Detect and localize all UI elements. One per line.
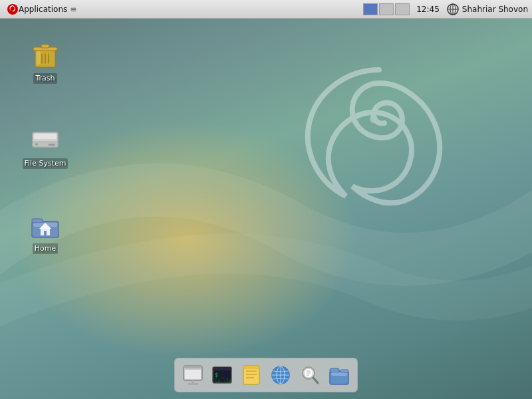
panel-right: 12:45 Shahriar Shovon [363,3,532,16]
taskbar: $ _ ls -la [174,358,358,392]
filesystem-svg [30,124,61,155]
svg-rect-9 [37,51,41,65]
show-desktop-button[interactable] [179,361,207,389]
filesystem-icon-image [29,124,61,156]
debian-logo-icon [7,3,19,15]
panel-left: Applications ≡ [0,1,363,17]
notes-icon [241,364,262,386]
top-panel: Applications ≡ 12:45 [0,0,532,19]
svg-rect-49 [340,370,348,372]
terminal-icon: $ _ ls -la [211,364,233,386]
workspace-switcher [363,3,410,15]
svg-rect-34 [243,366,259,369]
svg-text:$ _: $ _ [215,372,225,378]
svg-rect-24 [188,383,198,385]
show-desktop-icon [182,364,203,386]
workspace-2-button[interactable] [379,3,394,15]
svg-rect-47 [330,368,339,372]
svg-rect-48 [331,372,347,376]
home-icon[interactable]: Home [19,206,72,257]
workspace-1-button[interactable] [363,3,378,15]
home-icon-image [29,209,61,241]
desktop: Applications ≡ 12:45 [0,0,532,399]
applications-label: Applications [19,5,67,14]
trash-svg [30,39,61,70]
user-label: Shahriar Shovon [462,5,528,14]
network-icon[interactable] [446,3,460,16]
home-label: Home [33,243,58,254]
svg-rect-23 [192,380,194,383]
browser-icon [270,364,291,386]
svg-point-0 [370,115,378,123]
svg-rect-12 [49,144,55,146]
applications-menu[interactable]: Applications ≡ [3,1,80,17]
terminal-button[interactable]: $ _ ls -la [208,361,236,389]
svg-rect-8 [41,45,49,48]
svg-rect-19 [44,231,47,235]
menu-separator: ≡ [70,5,76,14]
home-svg [30,209,61,240]
trash-icon-image [29,39,61,70]
svg-line-42 [313,378,318,383]
svg-rect-16 [32,219,43,223]
trash-icon[interactable]: Trash [19,36,72,86]
svg-point-13 [35,143,38,146]
clock: 12:45 [412,5,444,14]
trash-label: Trash [33,73,57,84]
svg-text:ls -la: ls -la [215,378,231,384]
network-status-icon [446,3,460,16]
file-manager-icon [329,364,350,386]
search-icon [299,364,321,386]
svg-rect-14 [34,134,57,139]
browser-button[interactable] [267,361,295,389]
file-manager-button[interactable] [325,361,353,389]
filesystem-icon[interactable]: File System [19,121,72,172]
svg-rect-20 [33,223,57,227]
filesystem-label: File System [23,158,68,169]
svg-rect-27 [213,367,231,370]
wave-overlay [0,0,532,399]
debian-swirl [293,50,466,236]
workspace-3-button[interactable] [395,3,410,15]
svg-rect-25 [185,370,201,379]
svg-rect-22 [184,366,202,368]
notes-button[interactable] [237,361,265,389]
search-button[interactable] [296,361,324,389]
